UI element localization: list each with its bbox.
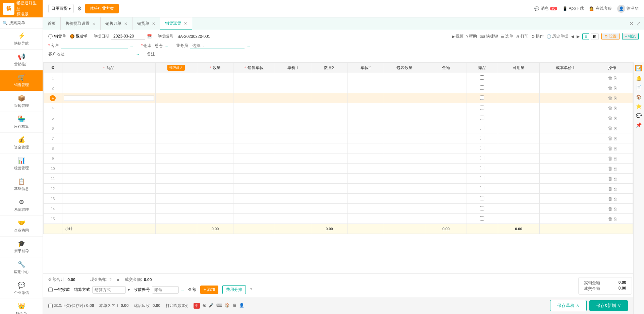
row-copy-btn[interactable]: ⎘ bbox=[614, 126, 616, 131]
row-copy-btn[interactable]: ⎘ bbox=[614, 186, 616, 191]
customer-dots[interactable]: ··· bbox=[130, 44, 133, 48]
category-dropdown[interactable]: 日用百货 ▾ bbox=[48, 4, 74, 13]
sidebar-item-finance[interactable]: 💰 资金管理 bbox=[0, 133, 43, 153]
row-copy-btn[interactable]: ⎘ bbox=[614, 85, 616, 91]
remark-input[interactable] bbox=[157, 51, 258, 57]
row-delete-btn[interactable]: 🗑 bbox=[608, 216, 612, 222]
sidebar-item-purchase[interactable]: 📦 采购管理 bbox=[0, 91, 43, 112]
gift-checkbox[interactable] bbox=[480, 166, 484, 170]
tab-sales-out[interactable]: 销货单 ✕ bbox=[132, 17, 160, 30]
warehouse-dots[interactable]: ··· bbox=[165, 44, 168, 48]
gift-checkbox[interactable] bbox=[480, 186, 484, 190]
gift-checkbox[interactable] bbox=[480, 106, 484, 110]
row-delete-btn[interactable]: 🗑 bbox=[608, 75, 612, 81]
fee-btn[interactable]: 费用分摊 bbox=[222, 285, 246, 294]
shortcut-btn[interactable]: ⌨ 快捷键 bbox=[480, 34, 498, 39]
right-sidebar-doc-icon[interactable]: 📄 bbox=[636, 85, 642, 90]
sidebar-item-enterprise[interactable]: 🤝 企业协同 bbox=[0, 216, 43, 237]
sidebar-item-shortcut[interactable]: ⚡ 快捷导航 bbox=[0, 29, 43, 50]
gift-checkbox[interactable] bbox=[480, 136, 484, 140]
next-btn[interactable]: ▶ bbox=[577, 34, 580, 39]
address-input[interactable] bbox=[66, 51, 133, 57]
row-delete-btn[interactable]: 🗑 bbox=[608, 85, 612, 91]
monitor-icon[interactable]: 🖥 bbox=[232, 303, 236, 309]
gift-checkbox[interactable] bbox=[480, 116, 484, 120]
tab-sales-return[interactable]: 销货退货 ✕ bbox=[160, 17, 192, 30]
right-sidebar-home-icon[interactable]: 🏠 bbox=[636, 94, 642, 100]
payment-method-input[interactable] bbox=[92, 286, 126, 294]
right-sidebar-star-icon[interactable]: ⭐ bbox=[636, 104, 642, 109]
row-copy-btn[interactable]: ⎘ bbox=[614, 156, 616, 161]
video-btn[interactable]: ▶ 视频 bbox=[452, 34, 464, 39]
history-btn[interactable]: 🕐 历史单据 bbox=[546, 34, 568, 39]
row-delete-btn[interactable]: 🗑 bbox=[608, 106, 612, 111]
price-cell[interactable] bbox=[275, 73, 311, 83]
tab-sales-order-close[interactable]: ✕ bbox=[124, 21, 127, 26]
qty-cell[interactable] bbox=[197, 73, 233, 83]
goods-input[interactable] bbox=[64, 96, 154, 101]
return-radio[interactable]: 退货单 bbox=[70, 34, 88, 39]
row-delete-btn[interactable]: 🗑 bbox=[608, 156, 612, 161]
row-copy-btn[interactable]: ⎘ bbox=[614, 206, 616, 211]
right-sidebar-pin-icon[interactable]: 📌 bbox=[636, 122, 642, 128]
print-btn[interactable]: 🖨 打印 bbox=[516, 34, 529, 39]
gift-checkbox[interactable] bbox=[480, 75, 484, 80]
tab-price-set-close[interactable]: ✕ bbox=[92, 21, 96, 26]
sidebar-item-inventory[interactable]: 🏪 库存核算 bbox=[0, 112, 43, 133]
goods-cell[interactable] bbox=[62, 73, 155, 83]
row-delete-btn[interactable]: 🗑 bbox=[608, 196, 612, 201]
operate-btn[interactable]: ⚙ 操作 bbox=[531, 34, 544, 39]
barcode-btn[interactable]: 扫码录入 bbox=[167, 65, 185, 71]
gift-checkbox[interactable] bbox=[480, 146, 484, 150]
row-delete-btn[interactable]: 🗑 bbox=[608, 96, 612, 101]
tab-sales-out-close[interactable]: ✕ bbox=[152, 21, 155, 26]
gift-checkbox[interactable] bbox=[480, 96, 484, 100]
sidebar-item-member[interactable]: 👑 畅会员 bbox=[0, 299, 43, 314]
app-download-item[interactable]: 📱 App下载 bbox=[562, 6, 584, 11]
salesperson-input[interactable] bbox=[190, 43, 245, 49]
right-sidebar-chat-icon[interactable]: 💬 bbox=[636, 113, 642, 118]
owe-checkbox-item[interactable]: 本单上欠(保存时) 0.00 bbox=[48, 303, 94, 309]
tab-sales-order[interactable]: 销售订单 ✕ bbox=[101, 17, 132, 30]
sidebar-item-marketing[interactable]: 📢 营销推广 bbox=[0, 50, 43, 70]
row-copy-btn[interactable]: ⎘ bbox=[614, 96, 616, 101]
sidebar-item-wechat[interactable]: 💬 企业微信 bbox=[0, 278, 43, 299]
owe-checkbox[interactable] bbox=[48, 304, 53, 308]
add-row-btn[interactable]: + bbox=[50, 95, 56, 101]
customer-input[interactable] bbox=[61, 43, 128, 49]
row-copy-btn[interactable]: ⎘ bbox=[614, 216, 616, 222]
grid-view-btn[interactable]: ≡ bbox=[582, 33, 589, 40]
detail-view-btn[interactable]: ⊞ bbox=[591, 33, 599, 40]
sidebar-item-system[interactable]: ⚙ 系统管理 bbox=[0, 195, 43, 216]
sidebar-item-appstore[interactable]: 🔧 应用中心 bbox=[0, 257, 43, 278]
one-click-payment[interactable]: 一键收款 bbox=[48, 287, 70, 293]
row-delete-btn[interactable]: 🗑 bbox=[608, 206, 612, 211]
save-draft-btn[interactable]: 保存草稿 ∧ bbox=[550, 300, 587, 311]
person-icon[interactable]: 👤 bbox=[239, 303, 244, 309]
experience-btn[interactable]: 体验行业方案 bbox=[85, 4, 119, 13]
row-delete-btn[interactable]: 🗑 bbox=[608, 186, 612, 191]
gift-checkbox[interactable] bbox=[480, 196, 484, 200]
user-item[interactable]: 👤 徐泽华 bbox=[617, 5, 639, 13]
row-copy-btn[interactable]: ⎘ bbox=[614, 106, 616, 111]
tab-home[interactable]: 首页 bbox=[43, 17, 61, 30]
help-btn[interactable]: ? 帮助 bbox=[466, 34, 477, 39]
row-copy-btn[interactable]: ⎘ bbox=[614, 116, 616, 121]
gift-checkbox[interactable] bbox=[480, 156, 484, 160]
address-dots[interactable]: ··· bbox=[136, 52, 139, 57]
sidebar-item-sales[interactable]: 🛒 销售管理 bbox=[0, 70, 43, 91]
unit-cell[interactable] bbox=[233, 73, 275, 83]
row-copy-btn[interactable]: ⎘ bbox=[614, 75, 616, 81]
mic-icon[interactable]: 🎤 bbox=[209, 303, 214, 309]
date-picker-icon[interactable]: 📅 bbox=[147, 34, 152, 39]
topbar-settings-icon[interactable]: ⚙ bbox=[77, 5, 82, 12]
gift-checkbox[interactable] bbox=[480, 85, 484, 90]
account-input[interactable] bbox=[152, 286, 179, 294]
home-icon[interactable]: 🏠 bbox=[225, 303, 230, 309]
right-sidebar-bell-icon[interactable]: 🔔 bbox=[636, 75, 642, 81]
row-copy-btn[interactable]: ⎘ bbox=[614, 166, 616, 171]
row-delete-btn[interactable]: 🗑 bbox=[608, 146, 612, 151]
col-settings[interactable]: ⚙ bbox=[44, 63, 62, 73]
sidebar-item-newbie[interactable]: 🎓 新手引导 bbox=[0, 237, 43, 257]
gift-checkbox[interactable] bbox=[480, 126, 484, 130]
